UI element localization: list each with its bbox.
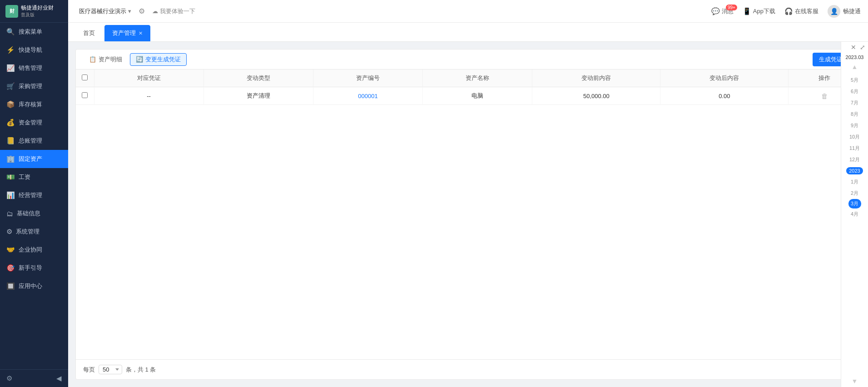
topbar-settings-icon[interactable]: ⚙ bbox=[139, 7, 145, 15]
sidebar-item-basic-info[interactable]: 🗂基础信息 bbox=[0, 204, 68, 223]
sidebar-label-sales: 销售管理 bbox=[19, 64, 42, 72]
app-download-label: App下载 bbox=[753, 7, 775, 15]
app-download-icon: 📱 bbox=[743, 7, 751, 15]
timeline-nav-top: ▲ bbox=[852, 61, 858, 73]
sidebar-bottom: ⚙ ◀ bbox=[0, 369, 68, 387]
timeline-month-10月[interactable]: 10月 bbox=[841, 131, 868, 143]
col-asset-code: 资产编号 bbox=[313, 69, 422, 87]
timeline-close-button[interactable]: ✕ bbox=[851, 44, 856, 51]
timeline-month-4月[interactable]: 4月 bbox=[841, 208, 868, 220]
timeline-month-2月[interactable]: 2月 bbox=[841, 188, 868, 199]
ledger-icon: 📒 bbox=[6, 137, 15, 145]
col-checkbox bbox=[76, 69, 94, 87]
main-card: 📋 资产明细 🔄 变更生成凭证 生成凭证 ▾ bbox=[75, 49, 861, 380]
system-icon: ⚙ bbox=[6, 228, 12, 236]
company-dropdown-arrow: ▾ bbox=[128, 8, 131, 15]
timeline-month-3月[interactable]: 3月 bbox=[848, 199, 861, 208]
sidebar-collapse-icon[interactable]: ◀ bbox=[56, 374, 62, 382]
sub-tab-asset-detail[interactable]: 📋 资产明细 bbox=[83, 53, 128, 66]
sidebar-label-inventory: 库存核算 bbox=[19, 100, 42, 109]
tab-asset-mgmt[interactable]: 资产管理 ✕ bbox=[104, 25, 150, 41]
service-icon: 🎧 bbox=[784, 7, 793, 15]
logo-icon: 财 bbox=[5, 5, 18, 18]
search-icon: 🔍 bbox=[6, 28, 15, 36]
sidebar-settings-icon[interactable]: ⚙ bbox=[6, 374, 12, 382]
timeline-month-9月[interactable]: 9月 bbox=[841, 120, 868, 131]
timeline-month-7月[interactable]: 7月 bbox=[841, 97, 868, 109]
timeline-month-1月[interactable]: 1月 bbox=[841, 176, 868, 188]
sidebar-item-inventory[interactable]: 📦库存核算 bbox=[0, 95, 68, 114]
funds-icon: 💰 bbox=[6, 119, 15, 127]
sidebar-label-guide: 新手引导 bbox=[19, 264, 42, 272]
company-selector[interactable]: 医疗器械行业演示 ▾ bbox=[75, 5, 135, 17]
sidebar-item-funds[interactable]: 💰资金管理 bbox=[0, 114, 68, 132]
app-center-icon: 🔲 bbox=[6, 282, 15, 290]
sidebar-item-app-center[interactable]: 🔲应用中心 bbox=[0, 277, 68, 295]
cooperation-icon: 🤝 bbox=[6, 246, 15, 254]
sidebar: 财 畅捷通好业财 普及版 🔍搜索菜单⚡快捷导航📈销售管理🛒采购管理📦库存核算💰资… bbox=[0, 0, 68, 387]
timeline-month-8月[interactable]: 8月 bbox=[841, 109, 868, 120]
row-voucher-0: -- bbox=[94, 87, 203, 105]
row-delete-icon-0[interactable]: 🗑 bbox=[821, 92, 828, 100]
row-asset-name-0: 电脑 bbox=[423, 87, 532, 105]
topbar-user[interactable]: 👤 畅捷通 bbox=[828, 5, 861, 18]
sub-tab-change-voucher[interactable]: 🔄 变更生成凭证 bbox=[130, 53, 187, 66]
sidebar-item-fixed-assets[interactable]: 🏢固定资产 bbox=[0, 150, 68, 168]
sidebar-label-search: 搜索菜单 bbox=[19, 28, 42, 36]
row-checkbox-0[interactable] bbox=[82, 92, 88, 98]
col-before-change: 变动前内容 bbox=[532, 69, 660, 87]
sidebar-scroll: 🔍搜索菜单⚡快捷导航📈销售管理🛒采购管理📦库存核算💰资金管理📒总账管理🏢固定资产… bbox=[0, 23, 68, 369]
logo-text: 畅捷通好业财 普及版 bbox=[21, 5, 54, 18]
sidebar-item-quick-nav[interactable]: ⚡快捷导航 bbox=[0, 41, 68, 59]
timeline-down-button[interactable]: ▼ bbox=[852, 378, 858, 384]
timeline-expand-button[interactable]: ⤢ bbox=[860, 44, 865, 51]
sidebar-item-payroll[interactable]: 💵工资 bbox=[0, 168, 68, 186]
timeline-month-6月[interactable]: 6月 bbox=[841, 86, 868, 97]
select-all-checkbox[interactable] bbox=[82, 74, 88, 80]
tab-asset-mgmt-label: 资产管理 bbox=[112, 29, 136, 37]
content-area: 📋 资产明细 🔄 变更生成凭证 生成凭证 ▾ bbox=[68, 42, 868, 387]
timeline-month-5月[interactable]: 5月 bbox=[841, 74, 868, 86]
table-container: 对应凭证 变动类型 资产编号 资产名称 变动前内容 变动后内容 操作 -- 资产… bbox=[76, 69, 860, 359]
timeline-panel: ✕ ⤢ 2023.03 ▲ 5月6月7月8月9月10月11月12月20231月2… bbox=[841, 42, 868, 387]
sidebar-label-cooperation: 企业协同 bbox=[19, 246, 42, 254]
timeline-month-11月[interactable]: 11月 bbox=[841, 143, 868, 154]
sidebar-label-ledger: 总账管理 bbox=[19, 137, 42, 145]
timeline-year-marker[interactable]: 2023 bbox=[846, 167, 863, 174]
page-size-select[interactable]: 10 20 50 100 bbox=[99, 365, 122, 374]
online-service-label: 在线客服 bbox=[795, 7, 818, 15]
sidebar-label-fixed-assets: 固定资产 bbox=[19, 155, 42, 163]
topbar-messages[interactable]: 💬 消息 99+ bbox=[711, 7, 734, 15]
sidebar-item-sales[interactable]: 📈销售管理 bbox=[0, 59, 68, 77]
company-name: 医疗器械行业演示 bbox=[79, 7, 126, 15]
sidebar-logo: 财 畅捷通好业财 普及版 bbox=[0, 0, 68, 23]
sidebar-item-operations[interactable]: 📊经营管理 bbox=[0, 186, 68, 204]
experience-label: 我要体验一下 bbox=[160, 7, 195, 15]
topbar-online-service[interactable]: 🎧 在线客服 bbox=[784, 7, 818, 15]
timeline-scroll: 5月6月7月8月9月10月11月12月20231月2月3月4月 bbox=[841, 73, 868, 375]
sub-tab-asset-detail-label: 资产明细 bbox=[99, 55, 122, 64]
tab-close-icon[interactable]: ✕ bbox=[139, 30, 143, 36]
sidebar-item-cooperation[interactable]: 🤝企业协同 bbox=[0, 241, 68, 259]
col-asset-name: 资产名称 bbox=[423, 69, 532, 87]
sidebar-item-ledger[interactable]: 📒总账管理 bbox=[0, 132, 68, 150]
topbar-app-download[interactable]: 📱 App下载 bbox=[743, 7, 775, 15]
asset-detail-icon: 📋 bbox=[89, 56, 96, 63]
timeline-up-button[interactable]: ▲ bbox=[852, 64, 858, 70]
sidebar-item-purchase[interactable]: 🛒采购管理 bbox=[0, 77, 68, 95]
tab-home[interactable]: 首页 bbox=[75, 25, 103, 41]
sidebar-item-search[interactable]: 🔍搜索菜单 bbox=[0, 23, 68, 41]
sidebar-label-basic-info: 基础信息 bbox=[17, 209, 40, 218]
sidebar-label-payroll: 工资 bbox=[19, 173, 30, 181]
tabbar: 首页 资产管理 ✕ bbox=[68, 23, 868, 42]
col-voucher: 对应凭证 bbox=[94, 69, 203, 87]
experience-button[interactable]: ☁ 我要体验一下 bbox=[152, 7, 195, 15]
sidebar-label-funds: 资金管理 bbox=[19, 119, 42, 127]
timeline-month-12月[interactable]: 12月 bbox=[841, 154, 868, 165]
sidebar-item-guide[interactable]: 🎯新手引导 bbox=[0, 259, 68, 277]
timeline-top-row: ✕ ⤢ bbox=[841, 42, 868, 53]
row-before-change-0: 50,000.00 bbox=[532, 87, 660, 105]
inventory-icon: 📦 bbox=[6, 100, 15, 109]
sales-icon: 📈 bbox=[6, 64, 15, 72]
sidebar-item-system[interactable]: ⚙系统管理 bbox=[0, 223, 68, 241]
